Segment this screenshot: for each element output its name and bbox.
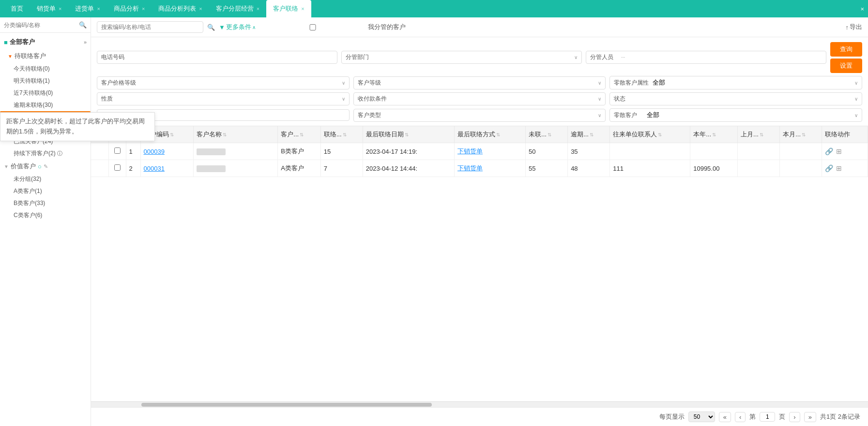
search-input[interactable] (97, 21, 203, 33)
col-type-sort[interactable]: ⇅ (300, 132, 304, 137)
sidebar: 🔍 ■ 全部客户 » ▼ 待联络客户 今天待联络(0) 明天待联络(1) 近7天… (0, 17, 91, 426)
tab-goods-analysis[interactable]: 商品分析 × (107, 0, 152, 17)
sidebar-item-7days[interactable]: 近7天待联络(0) (0, 87, 91, 99)
gender-field[interactable]: 性质 ∨ (97, 92, 350, 105)
col-name[interactable]: 客户名称 ⇅ (193, 126, 278, 143)
price-tier-chevron: ∨ (342, 80, 345, 86)
col-history-sort[interactable]: ⇅ (658, 132, 662, 137)
tab-sales-close[interactable]: × (59, 6, 61, 12)
col-contact-sort[interactable]: ⇅ (343, 132, 347, 137)
my-customers-checkbox[interactable] (259, 24, 366, 30)
search-icon[interactable]: 🔍 (207, 24, 215, 31)
sidebar-search-icon[interactable]: 🔍 (79, 21, 87, 29)
col-customer-type[interactable]: 客户... ⇅ (278, 126, 320, 143)
tab-goods-analysis-close[interactable]: × (142, 6, 145, 12)
col-contact[interactable]: 联络... ⇅ (320, 126, 363, 143)
tab-customer-tier-close[interactable]: × (257, 6, 259, 12)
sidebar-item-ungroup[interactable]: 未分组(32) (0, 173, 91, 185)
dept-field[interactable]: 分管部门 ∨ (341, 51, 582, 64)
setting-button[interactable]: 设置 (830, 59, 862, 73)
sidebar-collapse-btn[interactable]: » (84, 39, 87, 45)
last-page-btn[interactable]: » (804, 412, 816, 422)
person-dots[interactable]: ··· (621, 55, 625, 60)
row2-code[interactable]: 000031 (140, 160, 193, 177)
payment-field[interactable]: 收付款条件 ∨ (353, 92, 606, 105)
row2-year: 10995.00 (690, 160, 738, 177)
row2-checkbox[interactable] (108, 160, 126, 177)
tab-customer-contact-close[interactable]: × (301, 6, 304, 12)
my-customers-checkbox-label[interactable]: 我分管的客户 (259, 23, 406, 31)
close-all-btn[interactable]: × (860, 4, 864, 13)
horizontal-scrollbar[interactable] (91, 401, 868, 407)
col-method-sort[interactable]: ⇅ (496, 132, 500, 137)
sidebar-item-tomorrow[interactable]: 明天待联络(1) (0, 75, 91, 87)
retail-customer-field[interactable]: 零散客户 全部 ∨ (609, 108, 862, 122)
prev-page-btn[interactable]: ‹ (735, 412, 746, 422)
customer-level-field[interactable]: 客户等级 ∨ (353, 76, 606, 89)
sidebar-item-c-class[interactable]: C类客户(6) (0, 209, 91, 221)
col-uncontacted-sort[interactable]: ⇅ (548, 132, 551, 137)
row2-select-checkbox[interactable] (114, 164, 121, 171)
per-page-select[interactable]: 50 100 (688, 411, 715, 422)
price-tier-field[interactable]: 客户价格等级 ∨ (97, 76, 350, 89)
col-year-sort[interactable]: ⇅ (712, 132, 716, 137)
tab-purchase[interactable]: 进货单 × (68, 0, 107, 17)
status-chevron: ∨ (854, 96, 858, 102)
next-page-btn[interactable]: › (789, 412, 800, 422)
tab-purchase-close[interactable]: × (97, 6, 100, 12)
row1-code[interactable]: 000039 (140, 143, 193, 160)
retail-attr-field[interactable]: 零散客户属性 全部 ∨ (609, 76, 862, 89)
row1-method[interactable]: 下销货单 (455, 143, 526, 160)
row2-method[interactable]: 下销货单 (455, 160, 526, 177)
col-code-sort[interactable]: ⇅ (170, 132, 174, 137)
pending-section-title[interactable]: ▼ 待联络客户 (0, 49, 91, 63)
col-contacts-history[interactable]: 往来单位联系人 ⇅ (610, 126, 690, 143)
scroll-thumb[interactable] (141, 403, 432, 407)
row1-link-icon[interactable]: 🔗 (825, 147, 833, 155)
status-field[interactable]: 状态 ∨ (609, 92, 862, 105)
row2-grid-icon[interactable]: ⊞ (836, 164, 842, 172)
tab-sales[interactable]: 销货单 × (30, 0, 68, 17)
page-number-input[interactable] (760, 412, 775, 422)
col-last-month[interactable]: 上月... ⇅ (738, 126, 780, 143)
retail-customer-chevron: ∨ (854, 113, 858, 118)
customer-type-field[interactable]: 客户类型 ∨ (353, 109, 606, 122)
person-field[interactable]: 分管人员 ··· (586, 51, 826, 64)
row1-checkbox[interactable] (108, 143, 126, 160)
sidebar-item-overdue[interactable]: 逾期未联络(30) (0, 99, 91, 111)
col-last-month-sort[interactable]: ⇅ (760, 132, 763, 137)
col-last-contact-method[interactable]: 最后联络方式 ⇅ (455, 126, 526, 143)
tab-goods-analysis-list[interactable]: 商品分析列表 × (152, 0, 209, 17)
phone-field[interactable]: 电话号码 (97, 51, 337, 64)
row2-link-icon[interactable]: 🔗 (825, 164, 833, 172)
sidebar-search-input[interactable] (4, 22, 77, 29)
export-btn[interactable]: ↑ 导出 (846, 23, 863, 31)
sidebar-item-today[interactable]: 今天待联络(0) (0, 63, 91, 75)
row1-select-checkbox[interactable] (114, 147, 121, 154)
tab-goods-analysis-list-close[interactable]: × (199, 6, 202, 12)
col-name-sort[interactable]: ⇅ (223, 132, 227, 137)
value-section-edit-icon[interactable]: ○ (38, 163, 42, 170)
tab-customer-contact[interactable]: 客户联络 × (266, 0, 311, 17)
col-this-month[interactable]: 本月... ⇅ (780, 126, 822, 143)
col-last-contact-date[interactable]: 最后联络日期 ⇅ (363, 126, 454, 143)
tab-customer-tier[interactable]: 客户分层经营 × (209, 0, 266, 17)
sidebar-item-continue-down[interactable]: 持续下滑客户(2) ⓘ (0, 147, 91, 160)
query-button[interactable]: 查询 (830, 42, 862, 57)
sidebar-item-b-class[interactable]: B类客户(33) (0, 197, 91, 209)
col-overdue[interactable]: 逾期... ⇅ (568, 126, 610, 143)
more-conditions-btn[interactable]: ▼ 更多条件 ∧ (219, 23, 256, 31)
row2-type: A类客户 (278, 160, 320, 177)
tab-home[interactable]: 首页 (4, 0, 30, 17)
col-this-year[interactable]: 本年... ⇅ (690, 126, 738, 143)
sidebar-item-a-class[interactable]: A类客户(1) (0, 185, 91, 197)
col-date-sort[interactable]: ⇅ (405, 132, 409, 137)
all-customers-header[interactable]: ■ 全部客户 » (0, 35, 91, 49)
row1-grid-icon[interactable]: ⊞ (836, 147, 842, 155)
col-this-month-sort[interactable]: ⇅ (802, 132, 806, 137)
first-page-btn[interactable]: « (719, 412, 731, 422)
value-section-edit2-icon[interactable]: ✎ (44, 163, 48, 170)
col-uncontacted[interactable]: 未联... ⇅ (526, 126, 568, 143)
query-setting-btns: 查询 设置 (830, 41, 862, 73)
col-overdue-sort[interactable]: ⇅ (590, 132, 594, 137)
